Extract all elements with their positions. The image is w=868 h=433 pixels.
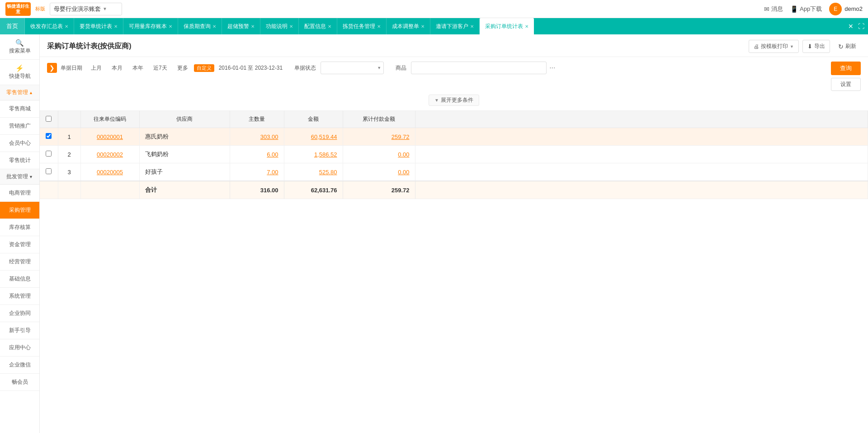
- row-3-amount[interactable]: 525.80: [284, 163, 343, 181]
- tab-3[interactable]: 可用量库存账本 ✕: [123, 18, 178, 34]
- goods-filter-input[interactable]: [411, 62, 547, 74]
- vip-label: 畅会员: [12, 379, 28, 385]
- export-btn[interactable]: ⬇ 导出: [802, 40, 830, 53]
- tab-6-close[interactable]: ✕: [289, 24, 293, 29]
- nav-tabs-bar: 首页 收发存汇总表 ✕ 要货单统计表 ✕ 可用量库存账本 ✕ 保质期查询 ✕ 超…: [0, 18, 868, 34]
- expand-more-btn[interactable]: ▼ 展开更多条件: [429, 95, 479, 106]
- user-avatar[interactable]: E demo2: [829, 3, 863, 15]
- col-checkbox: [40, 111, 58, 128]
- sidebar-item-newbie[interactable]: 新手引导: [0, 322, 39, 339]
- app-download-btn[interactable]: 📱 App下载: [790, 5, 822, 13]
- row-1-qty[interactable]: 303.00: [230, 128, 284, 146]
- sidebar-item-marketing[interactable]: 营销推广: [0, 118, 39, 135]
- tab-5-close[interactable]: ✕: [251, 24, 255, 29]
- tab-7[interactable]: 配置信息 ✕: [299, 18, 337, 34]
- date-filter-label: 单据日期: [61, 64, 82, 72]
- sidebar-item-inventory[interactable]: 库存核算: [0, 219, 39, 236]
- sidebar-shortcut-label: 快捷导航: [3, 72, 37, 80]
- sidebar-item-base[interactable]: 基础信息: [0, 271, 39, 288]
- tabs-close-all[interactable]: ✕: [848, 23, 854, 30]
- print-btn[interactable]: 🖨 按模板打印 ▼: [749, 40, 799, 53]
- tab-8-close[interactable]: ✕: [377, 24, 381, 29]
- sidebar-item-mall[interactable]: 零售商城: [0, 100, 39, 118]
- sidebar-item-system[interactable]: 系统管理: [0, 288, 39, 305]
- tab-1-close[interactable]: ✕: [65, 24, 68, 29]
- tab-4[interactable]: 保质期查询 ✕: [178, 18, 222, 34]
- sidebar-item-purchase[interactable]: 采购管理: [0, 202, 39, 219]
- row-3-paid[interactable]: 0.00: [343, 163, 415, 181]
- tab-8[interactable]: 拣货任务管理 ✕: [337, 18, 387, 34]
- shortcut-more[interactable]: 更多: [173, 63, 192, 73]
- goods-more-dots[interactable]: ···: [547, 64, 557, 72]
- row-2-amount[interactable]: 1,586.52: [284, 146, 343, 163]
- sidebar-item-appcenter[interactable]: 应用中心: [0, 339, 39, 357]
- row-3-code[interactable]: 00020005: [80, 163, 139, 181]
- tab-5[interactable]: 超储预警 ✕: [222, 18, 260, 34]
- tab-2[interactable]: 要货单统计表 ✕: [74, 18, 123, 34]
- sidebar-item-collab[interactable]: 企业协同: [0, 305, 39, 322]
- sidebar-search[interactable]: 🔍 搜索菜单: [0, 34, 39, 60]
- workspace-selector[interactable]: 母婴行业演示账套 ▼: [50, 3, 122, 15]
- tab-3-close[interactable]: ✕: [169, 24, 172, 29]
- sidebar-item-member[interactable]: 会员中心: [0, 135, 39, 152]
- row-1-code[interactable]: 00020001: [80, 128, 139, 146]
- row-1-amount[interactable]: 60,519.44: [284, 128, 343, 146]
- expand-chevron-icon: ▼: [434, 98, 439, 103]
- sidebar-item-retail-stats[interactable]: 零售统计: [0, 152, 39, 169]
- sidebar-section-retail[interactable]: 零售管理 ▲: [0, 85, 39, 100]
- tabs-restore[interactable]: ⛶: [858, 23, 864, 30]
- sidebar-item-operation[interactable]: 经营管理: [0, 253, 39, 271]
- row-2-qty[interactable]: 6.00: [230, 146, 284, 163]
- tab-10-close[interactable]: ✕: [470, 24, 474, 29]
- query-btn[interactable]: 查询: [831, 62, 861, 75]
- row-3-qty[interactable]: 7.00: [230, 163, 284, 181]
- tab-1[interactable]: 收发存汇总表 ✕: [25, 18, 74, 34]
- tab-10[interactable]: 邀请下游客户 ✕: [430, 18, 480, 34]
- sidebar-item-finance[interactable]: 资金管理: [0, 236, 39, 253]
- row-1-supplier: 惠氏奶粉: [139, 128, 230, 146]
- tab-11-close[interactable]: ✕: [525, 24, 528, 29]
- custom-tag[interactable]: 自定义: [194, 64, 214, 72]
- export-label: 导出: [814, 43, 825, 50]
- tab-9-label: 成本调整单: [392, 23, 419, 30]
- row-3-checkbox[interactable]: [46, 168, 52, 174]
- shortcut-7days[interactable]: 近7天: [149, 63, 171, 73]
- tab-7-close[interactable]: ✕: [328, 24, 331, 29]
- shortcut-this-year[interactable]: 本年: [128, 63, 147, 73]
- footer-qty: 316.00: [230, 181, 284, 199]
- row-2-checkbox[interactable]: [46, 151, 52, 157]
- tab-3-label: 可用量库存账本: [129, 23, 167, 30]
- tab-11-active[interactable]: 采购订单统计表 ✕: [480, 18, 534, 34]
- app-download-label: App下载: [800, 5, 822, 13]
- select-all-checkbox[interactable]: [46, 116, 52, 122]
- refresh-btn[interactable]: ↻ 刷新: [834, 40, 861, 52]
- settings-btn[interactable]: 设置: [831, 78, 861, 91]
- tab-4-close[interactable]: ✕: [212, 24, 216, 29]
- shortcut-this-month[interactable]: 本月: [108, 63, 127, 73]
- row-2-paid[interactable]: 0.00: [343, 146, 415, 163]
- retail-stats-label: 零售统计: [9, 157, 31, 163]
- marketing-label: 营销推广: [9, 123, 31, 129]
- wholesale-section-label: 批发管理: [6, 173, 28, 181]
- tab-6[interactable]: 功能说明 ✕: [260, 18, 299, 34]
- newbie-label: 新手引导: [9, 327, 31, 333]
- sidebar-section-wholesale[interactable]: 批发管理 ▼: [0, 169, 39, 185]
- shortcut-last-month[interactable]: 上月: [87, 63, 106, 73]
- sidebar-item-vip[interactable]: 畅会员: [0, 374, 39, 391]
- status-filter-select[interactable]: [321, 62, 384, 74]
- filter-expand-toggle[interactable]: ❯: [47, 63, 57, 73]
- tab-home[interactable]: 首页: [0, 18, 25, 34]
- tab-10-label: 邀请下游客户: [436, 23, 468, 30]
- sidebar-item-ecommerce[interactable]: 电商管理: [0, 185, 39, 202]
- tab-9-close[interactable]: ✕: [421, 24, 425, 29]
- sidebar-shortcut[interactable]: ⚡ 快捷导航: [0, 60, 39, 85]
- tab-7-label: 配置信息: [304, 23, 326, 30]
- row-1-checkbox[interactable]: [46, 133, 52, 139]
- tab-4-label: 保质期查询: [184, 23, 211, 30]
- row-2-code[interactable]: 00020002: [80, 146, 139, 163]
- tab-2-close[interactable]: ✕: [114, 24, 118, 29]
- sidebar-item-wechat[interactable]: 企业微信: [0, 357, 39, 374]
- row-1-paid[interactable]: 259.72: [343, 128, 415, 146]
- tab-9[interactable]: 成本调整单 ✕: [387, 18, 430, 34]
- message-btn[interactable]: ✉ 消息: [764, 5, 783, 13]
